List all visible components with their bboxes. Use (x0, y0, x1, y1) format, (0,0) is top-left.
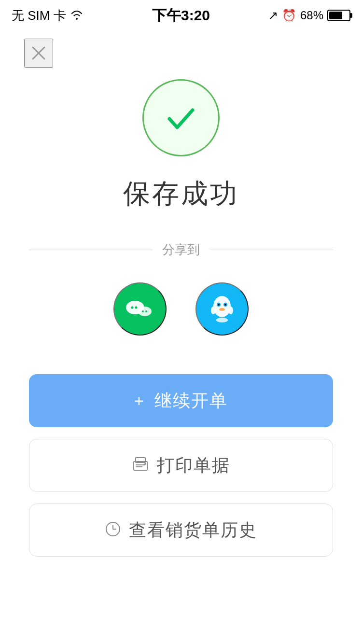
wechat-icon (125, 296, 155, 322)
status-bar: 无 SIM 卡 下午3:20 ↗ ⏰ 68% (0, 0, 362, 31)
svg-rect-19 (136, 466, 142, 467)
history-icon (105, 521, 121, 540)
wifi-icon (70, 8, 84, 23)
print-label: 打印单据 (157, 454, 230, 477)
svg-point-3 (138, 307, 152, 316)
plus-icon: + (134, 392, 145, 409)
history-button[interactable]: 查看销货单历史 (29, 504, 333, 557)
svg-point-16 (216, 318, 228, 322)
svg-rect-18 (136, 464, 145, 465)
svg-point-9 (211, 307, 216, 314)
svg-point-4 (131, 307, 134, 309)
qq-share-button[interactable] (195, 282, 249, 336)
continue-order-label: 继续开单 (154, 389, 228, 413)
share-icons-row (113, 282, 249, 336)
share-label: 分享到 (162, 241, 200, 258)
action-buttons: + 继续开单 打印单据 查看销货单历史 (29, 374, 333, 557)
status-carrier: 无 SIM 卡 (12, 7, 84, 24)
status-time: 下午3:20 (152, 6, 210, 26)
svg-point-8 (213, 296, 231, 317)
wechat-share-button[interactable] (113, 282, 167, 336)
divider-right (209, 250, 333, 250)
qq-icon (207, 292, 237, 326)
share-divider: 分享到 (29, 241, 333, 258)
svg-point-15 (219, 308, 225, 311)
alarm-icon: ⏰ (282, 9, 296, 22)
success-icon-circle (142, 79, 220, 156)
checkmark-icon (162, 98, 200, 137)
continue-order-button[interactable]: + 继续开单 (29, 374, 333, 427)
location-icon: ↗ (268, 9, 278, 22)
svg-point-13 (218, 304, 220, 306)
svg-point-14 (224, 304, 226, 306)
battery-text: 68% (300, 9, 323, 22)
history-label: 查看销货单历史 (129, 518, 257, 542)
close-button[interactable] (24, 39, 53, 68)
svg-point-5 (135, 307, 138, 309)
status-right: ↗ ⏰ 68% (268, 9, 350, 22)
svg-point-10 (228, 307, 233, 314)
print-button[interactable]: 打印单据 (29, 439, 333, 492)
main-content: 保存成功 分享到 (0, 31, 362, 586)
svg-point-7 (145, 310, 147, 312)
svg-point-21 (144, 463, 146, 465)
divider-left (29, 250, 153, 250)
battery-icon (327, 10, 350, 21)
success-title: 保存成功 (123, 176, 239, 212)
print-icon (132, 457, 149, 475)
svg-point-6 (142, 310, 144, 312)
carrier-text: 无 SIM 卡 (12, 7, 66, 24)
